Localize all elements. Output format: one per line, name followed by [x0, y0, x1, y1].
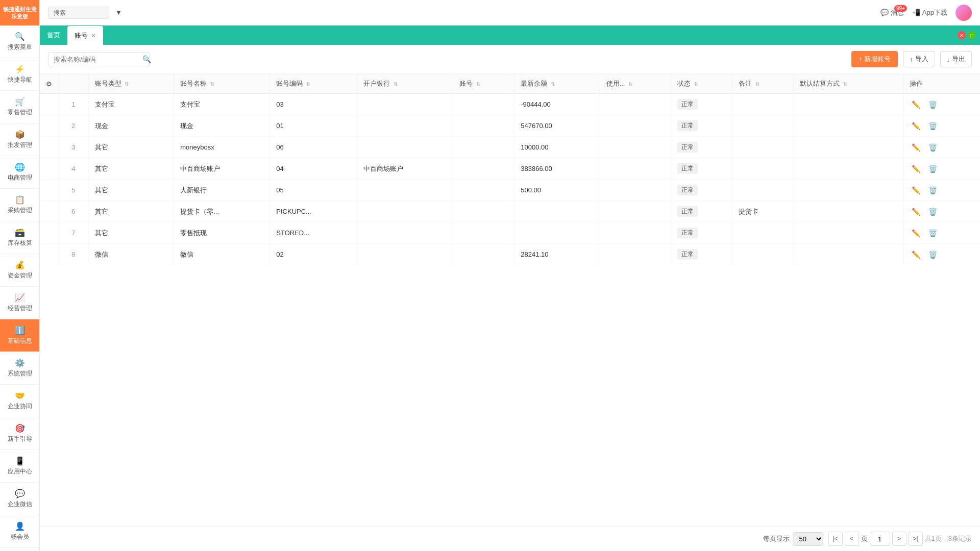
- sidebar-item-wholesale[interactable]: 📦 批发管理: [0, 123, 39, 156]
- sidebar-item-purchase[interactable]: 📋 采购管理: [0, 189, 39, 221]
- delete-btn[interactable]: 🗑️: [926, 164, 939, 174]
- msg-button[interactable]: 💬 消息 99+: [880, 8, 904, 17]
- sidebar-item-label: 零售管理: [8, 108, 32, 117]
- delete-btn[interactable]: 🗑️: [926, 249, 939, 260]
- sidebar-item-enterprise-wechat[interactable]: 💬 企业微信: [0, 483, 39, 515]
- user-avatar[interactable]: [955, 5, 972, 21]
- cell-default-settle: [793, 180, 903, 201]
- action-btns: ✏️ 🗑️: [910, 164, 974, 174]
- wholesale-icon: 📦: [15, 130, 25, 139]
- edit-btn[interactable]: ✏️: [910, 99, 922, 110]
- add-account-button[interactable]: + 新增账号: [851, 51, 898, 67]
- sidebar-item-ops[interactable]: 📈 经营管理: [0, 287, 39, 319]
- edit-btn[interactable]: ✏️: [910, 228, 922, 238]
- logo: 畅捷通财生意 乐意版: [0, 0, 39, 26]
- delete-btn[interactable]: 🗑️: [926, 121, 939, 131]
- search-input[interactable]: [54, 56, 139, 63]
- page-size-select[interactable]: 10 20 50 100: [793, 532, 823, 546]
- th-code[interactable]: 账号编码 ⇅: [270, 74, 357, 94]
- delete-btn[interactable]: 🗑️: [926, 185, 939, 195]
- th-type[interactable]: 账号类型 ⇅: [88, 74, 174, 94]
- cell-account: [453, 94, 514, 115]
- delete-btn[interactable]: 🗑️: [926, 228, 939, 238]
- sidebar-item-member[interactable]: 👤 畅会员: [0, 515, 39, 548]
- cell-account: [453, 201, 514, 222]
- window-max-btn[interactable]: □: [968, 31, 976, 39]
- page-first-btn[interactable]: |<: [828, 532, 843, 546]
- cell-code: 06: [270, 137, 357, 158]
- beginner-icon: 🎯: [15, 423, 25, 433]
- edit-btn[interactable]: ✏️: [910, 142, 922, 153]
- th-name[interactable]: 账号名称 ⇅: [174, 74, 270, 94]
- cell-num: 4: [59, 158, 89, 180]
- cell-bank: [357, 180, 453, 201]
- sidebar-item-quick-nav[interactable]: ⚡ 快捷导航: [0, 58, 39, 91]
- app-download-button[interactable]: 📲 App下载: [912, 8, 947, 17]
- tab-account[interactable]: 账号 ✕: [67, 26, 103, 45]
- edit-btn[interactable]: ✏️: [910, 121, 922, 131]
- export-button[interactable]: ↓ 导出: [940, 51, 972, 67]
- sidebar-item-base-info[interactable]: ℹ️ 基础信息: [0, 319, 39, 352]
- th-usage[interactable]: 使用... ⇅: [600, 74, 671, 94]
- tab-close-icon[interactable]: ✕: [91, 32, 96, 39]
- cell-gear: [40, 137, 59, 158]
- th-balance[interactable]: 最新余额 ⇅: [514, 74, 600, 94]
- page-prev-btn[interactable]: <: [845, 532, 859, 546]
- table-row: 7 其它 零售抵现 STORED... 正常 ✏️ 🗑️: [40, 222, 980, 244]
- th-account[interactable]: 账号 ⇅: [453, 74, 514, 94]
- enterprise-agree-icon: 🤝: [15, 391, 25, 400]
- action-btns: ✏️ 🗑️: [910, 185, 974, 195]
- th-status[interactable]: 状态 ⇅: [671, 74, 732, 94]
- sidebar-item-retail[interactable]: 🛒 零售管理: [0, 91, 39, 123]
- th-default-settle[interactable]: 默认结算方式 ⇅: [793, 74, 903, 94]
- topbar-dropdown[interactable]: ▼: [115, 9, 122, 16]
- import-button[interactable]: ↑ 导入: [903, 51, 935, 67]
- cell-action: ✏️ 🗑️: [903, 180, 980, 201]
- main-container: ▼ 💬 消息 99+ 📲 App下载 首页 账号 ✕ ✕ □: [40, 0, 980, 551]
- page-input[interactable]: [870, 532, 890, 546]
- edit-btn[interactable]: ✏️: [910, 185, 922, 195]
- cell-num: 6: [59, 201, 89, 222]
- window-close-btn[interactable]: ✕: [958, 31, 966, 39]
- page-next-btn[interactable]: >: [892, 532, 906, 546]
- page-size-label: 每页显示: [763, 534, 790, 543]
- cell-status: 正常: [671, 94, 732, 115]
- action-btns: ✏️ 🗑️: [910, 121, 974, 131]
- sidebar-item-app-center[interactable]: 📱 应用中心: [0, 450, 39, 483]
- delete-btn[interactable]: 🗑️: [926, 99, 939, 110]
- sidebar-item-finance[interactable]: 💰 资金管理: [0, 254, 39, 287]
- table-row: 4 其它 中百商场账户 04 中百商场账户 383866.00 正常 ✏️ 🗑️: [40, 158, 980, 180]
- page-last-btn[interactable]: >|: [909, 532, 923, 546]
- sidebar-item-beginner[interactable]: 🎯 新手引导: [0, 417, 39, 450]
- tab-account-label: 账号: [75, 31, 88, 40]
- topbar-right: 💬 消息 99+ 📲 App下载: [880, 5, 972, 21]
- edit-btn[interactable]: ✏️: [910, 207, 922, 217]
- tab-home[interactable]: 首页: [40, 26, 67, 45]
- th-gear[interactable]: ⚙: [40, 74, 59, 94]
- th-remark[interactable]: 备注 ⇅: [732, 74, 794, 94]
- cell-type: 其它: [88, 137, 174, 158]
- cell-balance: 10000.00: [514, 137, 600, 158]
- topbar-search-input[interactable]: [48, 7, 109, 19]
- th-bank[interactable]: 开户银行 ⇅: [357, 74, 453, 94]
- delete-btn[interactable]: 🗑️: [926, 207, 939, 217]
- sidebar-item-label: 批发管理: [8, 141, 32, 149]
- cell-status: 正常: [671, 201, 732, 222]
- msg-icon: 💬: [880, 9, 889, 16]
- cell-action: ✏️ 🗑️: [903, 137, 980, 158]
- cell-remark: [732, 115, 794, 137]
- cell-balance: 547670.00: [514, 115, 600, 137]
- edit-btn[interactable]: ✏️: [910, 164, 922, 174]
- cell-num: 5: [59, 180, 89, 201]
- sidebar-item-label: 资金管理: [8, 271, 32, 280]
- sidebar-item-enterprise-agree[interactable]: 🤝 企业协同: [0, 385, 39, 417]
- delete-btn[interactable]: 🗑️: [926, 142, 939, 153]
- cell-num: 7: [59, 222, 89, 244]
- sidebar-item-ecommerce[interactable]: 🌐 电商管理: [0, 156, 39, 189]
- status-badge: 正常: [677, 142, 698, 153]
- edit-btn[interactable]: ✏️: [910, 249, 922, 260]
- sidebar-item-inventory[interactable]: 🗃️ 库存核算: [0, 221, 39, 254]
- sidebar-item-label: 搜索菜单: [8, 43, 32, 52]
- sidebar-item-sys-mgmt[interactable]: ⚙️ 系统管理: [0, 352, 39, 385]
- sidebar-item-search-menu[interactable]: 🔍 搜索菜单: [0, 26, 39, 58]
